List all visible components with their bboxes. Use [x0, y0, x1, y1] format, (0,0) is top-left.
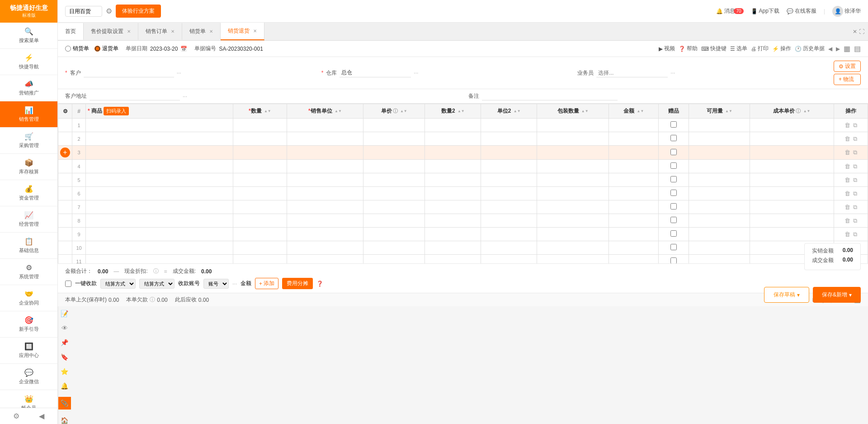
cell-unit2-2[interactable]: [481, 132, 537, 146]
customer-dots-btn[interactable]: ···: [177, 70, 181, 76]
delete-row-icon-5[interactable]: 🗑: [844, 176, 850, 184]
th-qty[interactable]: *数量 ▲▼: [233, 104, 287, 119]
cell-pkg-qty-2[interactable]: [537, 132, 609, 146]
sidebar-item-operations[interactable]: 📈 经营管理: [0, 206, 57, 233]
cell-product-1[interactable]: [86, 119, 233, 132]
cell-pkg-qty-10[interactable]: [537, 241, 609, 255]
online-service-btn[interactable]: 💬 在线客服: [787, 7, 816, 15]
settlement-method-select[interactable]: 结算方式: [100, 279, 136, 289]
close-tab-icon[interactable]: ✕: [853, 29, 857, 35]
cell-qty2-3[interactable]: [425, 146, 481, 160]
cell-unit2-9[interactable]: [481, 228, 537, 241]
cell-unit-price-6[interactable]: [363, 187, 425, 200]
user-profile-btn[interactable]: 👤 徐泽华: [832, 6, 861, 17]
delete-row-icon-1[interactable]: 🗑: [844, 122, 850, 129]
th-cost-price[interactable]: 成本单价ⓘ ▲▼: [750, 104, 834, 119]
copy-row-icon-2[interactable]: ⧉: [853, 135, 857, 143]
cell-available-6[interactable]: [689, 187, 750, 200]
cell-unit-price-9[interactable]: [363, 228, 425, 241]
cell-pkg-qty-4[interactable]: [537, 160, 609, 173]
gift-checkbox-11[interactable]: [670, 257, 677, 263]
tab-price-settings[interactable]: 售价提取设置 ✕: [84, 23, 138, 40]
cell-sales-unit-1[interactable]: [287, 119, 363, 132]
gift-checkbox-5[interactable]: [670, 176, 677, 182]
cell-qty2-7[interactable]: [425, 200, 481, 214]
sidebar-item-basic[interactable]: 📋 基础信息: [0, 233, 57, 259]
right-panel-icon-5[interactable]: ⭐: [61, 368, 68, 375]
delete-row-icon-9[interactable]: 🗑: [844, 231, 850, 238]
copy-row-icon-6[interactable]: ⧉: [853, 190, 857, 197]
gift-checkbox-7[interactable]: [670, 203, 677, 210]
tab-sales-order[interactable]: 销售订单 ✕: [138, 23, 182, 40]
cell-unit2-5[interactable]: [481, 173, 537, 187]
cell-qty2-5[interactable]: [425, 173, 481, 187]
cell-cost-price-2[interactable]: [750, 132, 834, 146]
return-bill-radio[interactable]: 退货单: [94, 45, 118, 52]
account-dots-btn[interactable]: ···: [232, 281, 237, 287]
sales-bill-radio[interactable]: 销货单: [65, 45, 89, 52]
cell-qty2-6[interactable]: [425, 187, 481, 200]
copy-row-icon-4[interactable]: ⧉: [853, 163, 857, 170]
th-unit2[interactable]: 单位2 ▲▼: [481, 104, 537, 119]
th-unit-price[interactable]: 单价ⓘ ▲▼: [363, 104, 425, 119]
delete-row-icon-4[interactable]: 🗑: [844, 163, 850, 170]
cell-cost-price-8[interactable]: [750, 214, 834, 228]
right-panel-icon-3[interactable]: 📌: [61, 339, 68, 346]
cell-qty-9[interactable]: [233, 228, 287, 241]
cell-qty-10[interactable]: [233, 241, 287, 255]
gift-checkbox-8[interactable]: [670, 217, 677, 223]
close-sales-order-icon[interactable]: ✕: [171, 29, 175, 34]
cell-unit2-7[interactable]: [481, 200, 537, 214]
right-panel-icon-7[interactable]: 📎: [58, 397, 71, 410]
cell-unit2-11[interactable]: [481, 255, 537, 264]
cell-available-4[interactable]: [689, 160, 750, 173]
cell-qty2-10[interactable]: [425, 241, 481, 255]
cell-unit2-4[interactable]: [481, 160, 537, 173]
gift-checkbox-2[interactable]: [670, 135, 677, 141]
card-view-icon[interactable]: ▤: [854, 44, 861, 53]
address-dots-btn[interactable]: ···: [183, 93, 187, 100]
cell-unit-price-10[interactable]: [363, 241, 425, 255]
cell-amount-11[interactable]: [609, 255, 659, 264]
cell-sales-unit-7[interactable]: [287, 200, 363, 214]
cell-gift-4[interactable]: [659, 160, 689, 173]
sidebar-item-collab[interactable]: 🤝 企业协同: [0, 285, 57, 311]
cell-sales-unit-10[interactable]: [287, 241, 363, 255]
tab-sales-bill[interactable]: 销货单 ✕: [182, 23, 221, 40]
delete-row-icon-2[interactable]: 🗑: [844, 135, 850, 143]
right-panel-icon-6[interactable]: 🔔: [61, 382, 68, 390]
scan-barcode-btn[interactable]: 扫码录入: [104, 107, 129, 115]
app-download-btn[interactable]: 📱 App下载: [751, 7, 779, 15]
cell-amount-9[interactable]: [609, 228, 659, 241]
save-new-btn[interactable]: 保存&新增 ▾: [813, 287, 861, 303]
cell-sales-unit-5[interactable]: [287, 173, 363, 187]
collapse-icon[interactable]: ◀: [39, 412, 44, 420]
print-btn[interactable]: 🖨 打印: [751, 45, 769, 52]
cell-product-7[interactable]: [86, 200, 233, 214]
cell-gift-9[interactable]: [659, 228, 689, 241]
discount-info-icon[interactable]: ⓘ: [153, 267, 159, 275]
experience-btn[interactable]: 体验行业方案: [116, 5, 161, 18]
cell-qty2-11[interactable]: [425, 255, 481, 264]
cell-qty-3[interactable]: [233, 146, 287, 160]
cell-qty-5[interactable]: [233, 173, 287, 187]
cell-unit-price-7[interactable]: [363, 200, 425, 214]
cell-amount-10[interactable]: [609, 241, 659, 255]
gift-checkbox-3[interactable]: [670, 149, 677, 155]
settings-side-btn[interactable]: ⚙ 设置: [834, 61, 861, 72]
close-sales-bill-icon[interactable]: ✕: [209, 29, 213, 34]
th-sales-unit[interactable]: *销售单位 ▲▼: [287, 104, 363, 119]
th-qty2[interactable]: 数量2 ▲▼: [425, 104, 481, 119]
cell-unit2-8[interactable]: [481, 214, 537, 228]
cell-cost-price-9[interactable]: [750, 228, 834, 241]
cell-qty-8[interactable]: [233, 214, 287, 228]
calc-method-select[interactable]: 结算方式: [139, 279, 175, 289]
sales-bill-radio-input[interactable]: [65, 46, 71, 52]
cell-available-1[interactable]: [689, 119, 750, 132]
cell-available-9[interactable]: [689, 228, 750, 241]
cell-unit2-3[interactable]: [481, 146, 537, 160]
cell-gift-2[interactable]: [659, 132, 689, 146]
cell-amount-6[interactable]: [609, 187, 659, 200]
delete-row-icon-6[interactable]: 🗑: [844, 190, 850, 197]
cell-unit-price-5[interactable]: [363, 173, 425, 187]
